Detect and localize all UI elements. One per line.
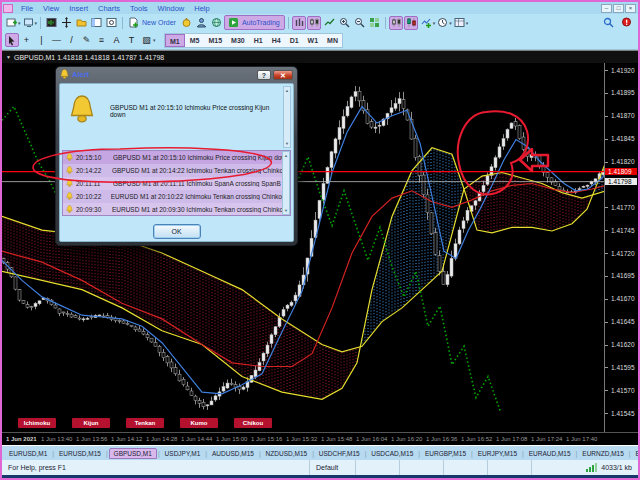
collapse-icon[interactable]: ▼ [6,54,11,60]
time-tick-label: 1 Jun 17:40 [566,436,597,442]
crosshair-tool[interactable]: + [20,33,34,47]
price-tick-mark [605,390,608,391]
indicator-button-kumo[interactable]: Kumo [180,418,218,428]
profiles-icon[interactable] [21,16,35,30]
equidistant-channel-tool[interactable]: ✎ [80,33,94,47]
price-tick-label: 1.41745 [611,227,635,234]
menu-file[interactable]: File [16,4,38,13]
fibonacci-tool[interactable]: ≡ [95,33,109,47]
timeframe-m30[interactable]: M30 [227,34,250,47]
alert-row[interactable]: 20:09:30EURUSD M1 at 20:09:30 Ichimoku T… [63,203,290,216]
menu-tools[interactable]: Tools [125,4,153,13]
expert-advisors-icon[interactable] [194,16,208,30]
tile-windows-icon[interactable] [367,16,381,30]
tab-gbpusdm1[interactable]: GBPUSD,M1 [109,448,157,459]
menu-insert[interactable]: Insert [64,4,93,13]
time-tick-label: 1 Jun 17:24 [531,436,562,442]
indicators-dropdown[interactable]: ▾ [433,20,436,26]
time-tick-label: 1 Jun 2021 [6,436,37,442]
zoom-out-icon[interactable] [352,16,366,30]
cursor-tool[interactable] [5,33,19,47]
search-icon[interactable] [602,16,616,30]
tab-usdcadm15[interactable]: USDCAD,M15 [367,449,417,458]
alert-row[interactable]: 20:14:22GBPUSD M1 at 20:14:22 Ichimoku T… [63,164,290,177]
data-window-icon[interactable] [105,16,119,30]
chart-in-window-icon[interactable] [45,16,59,30]
menu-window[interactable]: Window [153,4,190,13]
alert-list-scrollbar[interactable]: ▲▼ [282,151,290,215]
zoom-in-icon[interactable] [337,16,351,30]
tab-eurnzdm15[interactable]: EURNZD,M15 [578,449,628,458]
message-scrollbar[interactable]: ▲▼ [283,86,291,148]
restore-button[interactable]: □ [613,4,624,13]
alert-row[interactable]: 20:11:11GBPUSD M1 at 20:11:11 Ichimoku S… [63,177,290,190]
menu-bar: FileViewInsertChartsToolsWindowHelp –□× [2,2,638,14]
dialog-close-button[interactable]: ✕ [273,70,293,80]
tab-eurjpym15[interactable]: EURJPY,M15 [474,449,521,458]
text-tool[interactable]: A [110,33,124,47]
auto-scroll-icon[interactable] [60,16,74,30]
dialog-help-button[interactable]: ? [257,70,271,80]
indicators-icon[interactable] [419,16,433,30]
line-chart-mode-icon[interactable] [322,16,336,30]
tab-eurusdm15[interactable]: EURUSD,M15 [55,449,105,458]
tab-usdchfm15[interactable]: USDCHF,M15 [315,449,364,458]
autotrading-icon[interactable] [226,16,240,30]
shapes-tool[interactable]: ▧ [140,33,154,47]
indicator-button-tenkan[interactable]: Tenkan [126,418,164,428]
chart-shift-icon[interactable] [75,16,89,30]
candlestick-mode-icon[interactable] [307,16,321,30]
chart-mode-b-icon[interactable] [404,16,418,30]
tab-audusdm15[interactable]: AUDUSD,M15 [208,449,258,458]
chart-mode-a-icon[interactable] [389,16,403,30]
periods-icon[interactable] [436,16,450,30]
timeframe-h1[interactable]: H1 [249,34,267,47]
tab-nzdusdm15[interactable]: NZDUSD,M15 [262,449,312,458]
tab-euraudm15[interactable]: EURAUD,M15 [525,449,575,458]
tab-usdjpym1[interactable]: USDJPY,M1 [161,449,205,458]
alert-row[interactable]: 20:15:10GBPUSD M1 at 20:15:10 Ichimoku P… [63,151,290,164]
timeframe-m5[interactable]: M5 [185,34,204,47]
timeframe-m1[interactable]: M1 [165,34,186,47]
timeframe-w1[interactable]: W1 [303,34,323,47]
templates-dropdown[interactable]: ▾ [466,20,469,26]
horizontal-line-tool[interactable]: — [50,33,64,47]
alert-row[interactable]: 20:10:22EURUSD M1 at 20:10:22 Ichimoku T… [63,190,290,203]
tab-eurgbpm15[interactable]: EURGBP,M15 [421,449,470,458]
shapes-dropdown[interactable]: ▾ [153,37,156,43]
menu-charts[interactable]: Charts [93,4,125,13]
app-icon[interactable] [3,4,13,13]
timeframe-m15[interactable]: M15 [204,34,227,47]
vertical-line-tool[interactable]: | [35,33,49,47]
alert-dialog-titlebar[interactable]: Alert ? ✕ [56,67,297,82]
metaeditor-icon[interactable] [179,16,193,30]
price-tick-label: 1.41870 [611,112,635,119]
templates-icon[interactable] [452,16,466,30]
new-order-label[interactable]: New Order [142,19,176,26]
indicator-button-chikou[interactable]: Chikou [234,418,272,428]
community-icon[interactable] [209,16,223,30]
new-order-icon[interactable] [127,16,141,30]
indicator-button-kijun[interactable]: Kijun [72,418,110,428]
menu-view[interactable]: View [38,4,64,13]
new-chart-icon[interactable] [5,16,19,30]
ok-button[interactable]: OK [153,224,201,239]
timeframe-h4[interactable]: H4 [267,34,285,47]
autotrading-label[interactable]: AutoTrading [242,19,280,26]
alert-time: 20:09:30 [76,206,109,213]
minimize-button[interactable]: – [601,4,612,13]
text-label-tool[interactable]: T [125,33,139,47]
alert-message: EURUSD M1 at 20:10:22 Ichimoku Tenkan cr… [111,193,290,200]
tab-eurchfm15[interactable]: EURCHF,M15 [632,449,638,458]
timeframe-d1[interactable]: D1 [285,34,303,47]
menu-help[interactable]: Help [189,4,214,13]
market-watch-icon[interactable] [90,16,104,30]
notifications-icon[interactable] [620,16,634,30]
tab-eurusdm1[interactable]: EURUSD,M1 [5,449,51,458]
close-button[interactable]: × [625,4,636,13]
status-profile[interactable]: Default [310,460,356,475]
timeframe-mn[interactable]: MN [323,34,343,47]
indicator-button-ichimoku[interactable]: Ichimoku [18,418,56,428]
trendline-tool[interactable]: / [65,33,79,47]
bar-chart-mode-icon[interactable] [292,16,306,30]
